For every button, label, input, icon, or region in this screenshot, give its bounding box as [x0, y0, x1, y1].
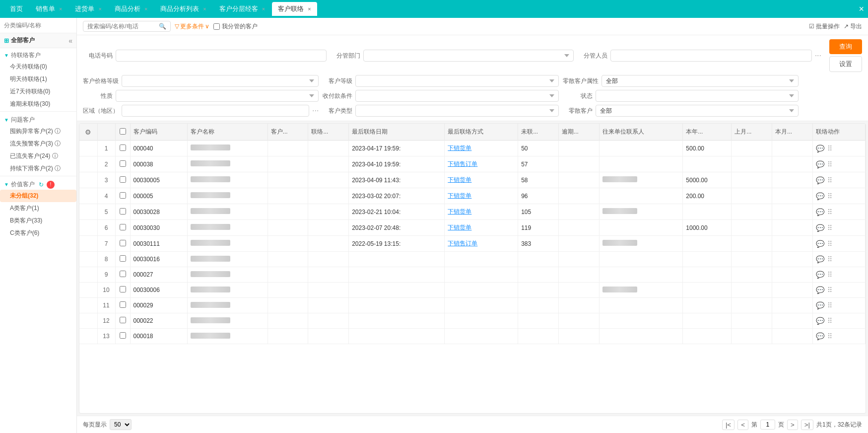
next-page-btn[interactable]: >: [787, 420, 798, 430]
cell-check[interactable]: [115, 172, 130, 188]
cell-check[interactable]: [115, 141, 130, 156]
row-checkbox[interactable]: [120, 240, 126, 246]
row-checkbox[interactable]: [120, 332, 126, 339]
customer-level-select[interactable]: [355, 75, 558, 87]
cell-last-contact-method[interactable]: [445, 283, 518, 298]
more-actions-icon[interactable]: ⠿: [827, 240, 832, 248]
query-button[interactable]: 查询: [829, 39, 862, 54]
more-actions-icon[interactable]: ⠿: [827, 224, 832, 232]
col-code[interactable]: 客户编码: [130, 124, 187, 141]
tab-customer-segment[interactable]: 客户分层经客 ×: [213, 2, 271, 16]
col-this-year[interactable]: 本年...: [683, 124, 732, 141]
manage-person-more[interactable]: ···: [815, 51, 821, 60]
col-overdue[interactable]: 逾期...: [558, 124, 599, 141]
export-btn[interactable]: ↗ 导出: [844, 22, 862, 31]
tab-sales[interactable]: 销售单 ×: [30, 2, 68, 16]
close-product-analysis-tab[interactable]: ×: [144, 6, 147, 12]
cell-check[interactable]: [115, 298, 130, 313]
more-actions-icon[interactable]: ⠿: [827, 192, 832, 200]
all-customers-header[interactable]: ⊞ 全部客户 «: [0, 33, 76, 48]
sidebar-item-churn-risk[interactable]: 流失预警客户(3) ⓘ: [0, 138, 76, 150]
price-level-select[interactable]: [122, 75, 319, 87]
more-actions-icon[interactable]: ⠿: [827, 301, 832, 309]
more-actions-icon[interactable]: ⠿: [827, 317, 832, 325]
more-actions-icon[interactable]: ⠿: [827, 255, 832, 263]
cell-check[interactable]: [115, 188, 130, 204]
batch-operation-btn[interactable]: ☑ 批量操作: [809, 22, 840, 31]
sidebar-item-overdue[interactable]: 逾期未联络(30): [0, 98, 76, 110]
select-all-checkbox[interactable]: [120, 128, 126, 135]
col-last-month[interactable]: 上月...: [732, 124, 772, 141]
close-sales-tab[interactable]: ×: [59, 6, 62, 12]
cell-last-contact-method[interactable]: 下销货单: [445, 188, 518, 204]
row-checkbox[interactable]: [120, 160, 126, 167]
contact-icon[interactable]: 💬: [816, 208, 824, 216]
col-not-contacted[interactable]: 未联...: [518, 124, 559, 141]
close-purchase-tab[interactable]: ×: [98, 6, 101, 12]
more-actions-icon[interactable]: ⠿: [827, 160, 832, 168]
cell-check[interactable]: [115, 267, 130, 283]
cell-check[interactable]: [115, 252, 130, 267]
contact-method-link[interactable]: 下销售订单: [448, 240, 477, 247]
manage-person-input[interactable]: [610, 50, 811, 62]
row-checkbox[interactable]: [120, 192, 126, 199]
sidebar-item-declining[interactable]: 持续下滑客户(2) ⓘ: [0, 162, 76, 175]
last-page-btn[interactable]: >|: [801, 420, 813, 430]
cell-last-contact-method[interactable]: 下销售订单: [445, 156, 518, 172]
contact-icon[interactable]: 💬: [816, 317, 824, 325]
cell-check[interactable]: [115, 329, 130, 344]
sidebar-item-tomorrow[interactable]: 明天待联络(1): [0, 73, 76, 85]
sidebar-item-class-b[interactable]: B类客户(33): [0, 215, 76, 227]
more-actions-icon[interactable]: ⠿: [827, 271, 832, 279]
tab-product-analysis[interactable]: 商品分析 ×: [109, 2, 153, 16]
cell-last-contact-method[interactable]: 下销货单: [445, 220, 518, 236]
row-checkbox[interactable]: [120, 301, 126, 308]
more-actions-icon[interactable]: ⠿: [827, 208, 832, 216]
tab-product-analysis-list[interactable]: 商品分析列表 ×: [154, 2, 212, 16]
settings-gear-icon[interactable]: ⚙: [85, 128, 91, 136]
contact-icon[interactable]: 💬: [816, 255, 824, 263]
cell-last-contact-method[interactable]: [445, 313, 518, 329]
row-checkbox[interactable]: [120, 224, 126, 230]
page-size-select[interactable]: 50: [110, 419, 132, 430]
sidebar-item-unclassified[interactable]: 未分组(32): [0, 190, 76, 202]
close-customer-segment-tab[interactable]: ×: [262, 6, 265, 12]
col-contact-person[interactable]: 往来单位联系人: [599, 124, 683, 141]
more-actions-icon[interactable]: ⠿: [827, 286, 832, 294]
contact-icon[interactable]: 💬: [816, 286, 824, 294]
row-checkbox[interactable]: [120, 271, 126, 277]
region-more[interactable]: ···: [312, 106, 319, 115]
sidebar-item-class-c[interactable]: C类客户(6): [0, 227, 76, 239]
close-all-tabs[interactable]: ×: [859, 4, 864, 14]
contact-method-link[interactable]: 下销货单: [448, 144, 471, 151]
contact-icon[interactable]: 💬: [816, 271, 824, 279]
cell-check[interactable]: [115, 313, 130, 329]
first-page-btn[interactable]: |<: [722, 420, 734, 430]
status-select[interactable]: [596, 90, 799, 102]
value-customers-group[interactable]: ▼ 价值客户 ↻ !: [0, 177, 76, 190]
cell-check[interactable]: [115, 283, 130, 298]
problem-customers-group[interactable]: ▼ 问题客户: [0, 113, 76, 125]
row-checkbox[interactable]: [120, 317, 126, 323]
search-input[interactable]: [87, 23, 157, 30]
cell-check[interactable]: [115, 156, 130, 172]
col-last-contact-date[interactable]: 最后联络日期: [349, 124, 445, 141]
col-name[interactable]: 客户名称: [187, 124, 267, 141]
sidebar-item-week[interactable]: 近7天待联络(0): [0, 85, 76, 98]
contact-icon[interactable]: 💬: [816, 192, 824, 200]
more-conditions-btn[interactable]: ▽ 更多条件 ∨: [175, 22, 209, 31]
customer-type-select[interactable]: [355, 105, 558, 117]
col-this-month[interactable]: 本月...: [772, 124, 813, 141]
region-input[interactable]: [122, 105, 309, 117]
contact-icon[interactable]: 💬: [816, 301, 824, 309]
sidebar-item-lost[interactable]: 已流失客户(24) ⓘ: [0, 150, 76, 162]
cell-check[interactable]: [115, 204, 130, 220]
refresh-icon[interactable]: ↻: [39, 181, 44, 188]
cell-check[interactable]: [115, 236, 130, 252]
sidebar-item-abnormal[interactable]: 囤购异常客户(2) ⓘ: [0, 125, 76, 138]
my-customers-check[interactable]: [213, 23, 220, 30]
contact-method-link[interactable]: 下销售订单: [448, 160, 477, 167]
cell-check[interactable]: [115, 220, 130, 236]
row-checkbox[interactable]: [120, 176, 126, 183]
close-product-analysis-list-tab[interactable]: ×: [203, 6, 206, 12]
